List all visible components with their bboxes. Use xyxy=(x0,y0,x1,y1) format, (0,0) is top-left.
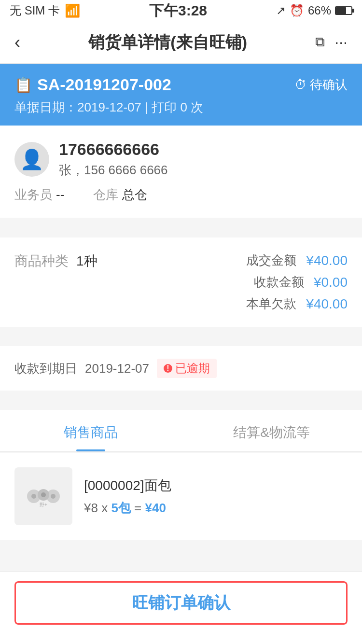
warehouse-label: 仓库 xyxy=(93,186,118,203)
divider-2 xyxy=(0,327,362,336)
order-icon: 📋 xyxy=(14,76,32,93)
divider-3 xyxy=(0,391,362,400)
svg-point-5 xyxy=(41,492,46,497)
wifi-icon: 📶 xyxy=(65,3,80,18)
avatar: 👤 xyxy=(14,142,49,177)
warehouse-item: 仓库 总仓 xyxy=(93,186,147,203)
received-value: ¥0.00 xyxy=(314,275,348,290)
overdue-icon: ! xyxy=(164,364,172,373)
svg-text:野+: 野+ xyxy=(40,502,47,507)
location-icon: ↗ xyxy=(276,4,286,17)
order-id: 📋 SA-20191207-002 xyxy=(14,75,171,94)
price-text: ¥8 x xyxy=(84,501,111,515)
svg-point-4 xyxy=(51,494,56,499)
svg-point-3 xyxy=(31,494,36,499)
status-bar-time: 下午3:28 xyxy=(149,1,207,21)
product-item: 野+ [0000002]面包 ¥8 x 5包 = ¥40 xyxy=(0,453,362,540)
owing-value: ¥40.00 xyxy=(306,296,348,312)
no-sim-text: 无 SIM 卡 xyxy=(10,3,60,18)
deal-amount-label: 成交金额 xyxy=(246,252,296,269)
user-icon: 👤 xyxy=(20,148,44,171)
product-type-value: 1种 xyxy=(76,252,97,270)
order-status: ⏱ 待确认 xyxy=(294,76,348,93)
product-price: ¥8 x 5包 = ¥40 xyxy=(84,500,348,517)
product-details: [0000002]面包 ¥8 x 5包 = ¥40 xyxy=(84,476,348,517)
owing-amount-row: 本单欠款 ¥40.00 xyxy=(246,295,348,312)
deal-amount-value: ¥40.00 xyxy=(306,253,348,268)
due-label: 收款到期日 xyxy=(14,360,77,377)
staff-label: 业务员 xyxy=(14,186,52,203)
back-button[interactable]: ‹ xyxy=(14,32,20,53)
staff-value: -- xyxy=(56,187,64,202)
alarm-icon: ⏰ xyxy=(290,4,304,17)
status-bar-left: 无 SIM 卡 📶 xyxy=(10,3,80,18)
tab-products[interactable]: 销售商品 xyxy=(0,410,181,451)
customer-sub: 张，156 6666 6666 xyxy=(59,162,348,179)
nav-actions: ⧉ ··· xyxy=(315,33,348,51)
order-header-banner: 📋 SA-20191207-002 ⏱ 待确认 单据日期：2019-12-07 … xyxy=(0,64,362,126)
equals-text: = xyxy=(131,501,145,515)
battery-text: 66% xyxy=(308,4,331,17)
warehouse-value: 总仓 xyxy=(122,186,147,203)
customer-phone: 17666666666 xyxy=(59,140,348,159)
overdue-text: 已逾期 xyxy=(175,361,210,376)
more-icon[interactable]: ··· xyxy=(334,33,348,51)
customer-info: 17666666666 张，156 6666 6666 xyxy=(59,140,348,179)
overdue-badge: ! 已逾期 xyxy=(157,359,217,378)
received-label: 收款金额 xyxy=(254,274,304,291)
product-type-label: 商品种类 xyxy=(14,252,69,270)
due-date-section: 收款到期日 2019-12-07 ! 已逾期 xyxy=(0,346,362,391)
qty-text: 5包 xyxy=(111,501,130,515)
product-type: 商品种类 1种 xyxy=(14,252,97,270)
customer-meta: 业务员 -- 仓库 总仓 xyxy=(14,186,348,203)
confirm-order-button[interactable]: 旺铺订单确认 xyxy=(14,581,348,625)
bottom-bar: 旺铺订单确认 xyxy=(0,571,362,644)
product-thumbnail: 野+ xyxy=(14,467,72,525)
price-total: ¥40 xyxy=(145,501,166,515)
status-bar: 无 SIM 卡 📶 下午3:28 ↗ ⏰ 66% xyxy=(0,0,362,21)
divider-1 xyxy=(0,218,362,228)
status-bar-right: ↗ ⏰ 66% xyxy=(276,4,352,17)
amounts-right: 成交金额 ¥40.00 收款金额 ¥0.00 本单欠款 ¥40.00 xyxy=(246,252,348,312)
owing-label: 本单欠款 xyxy=(246,295,296,312)
amount-section: 商品种类 1种 成交金额 ¥40.00 收款金额 ¥0.00 本单欠款 ¥40.… xyxy=(0,238,362,327)
staff-item: 业务员 -- xyxy=(14,186,64,203)
clock-icon: ⏱ xyxy=(294,77,307,92)
deal-amount-row: 成交金额 ¥40.00 xyxy=(246,252,348,269)
customer-section: 👤 17666666666 张，156 6666 6666 业务员 -- 仓库 … xyxy=(0,126,362,218)
battery-icon xyxy=(335,6,352,15)
share-icon[interactable]: ⧉ xyxy=(315,34,325,50)
tab-bar: 销售商品 结算&物流等 xyxy=(0,410,362,452)
order-date: 单据日期：2019-12-07 | 打印 0 次 xyxy=(14,99,348,116)
page-title: 销货单详情(来自旺铺) xyxy=(88,31,247,54)
due-date-value: 2019-12-07 xyxy=(85,361,149,376)
tab-settlement[interactable]: 结算&物流等 xyxy=(181,410,362,451)
nav-bar: ‹ 销货单详情(来自旺铺) ⧉ ··· xyxy=(0,21,362,64)
received-amount-row: 收款金额 ¥0.00 xyxy=(254,274,348,291)
product-name: [0000002]面包 xyxy=(84,476,348,495)
